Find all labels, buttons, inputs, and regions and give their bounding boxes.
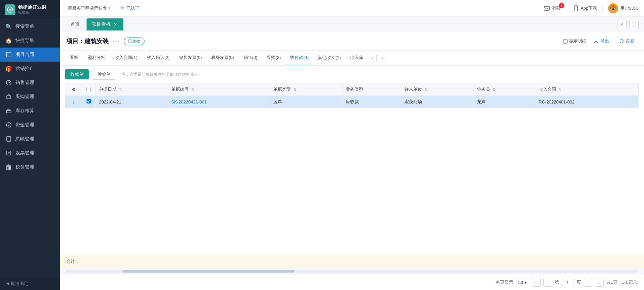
- sub-nav-item-inout-warehouse[interactable]: 出入库: [345, 51, 368, 65]
- export-label: 导出: [600, 38, 609, 44]
- col-header-date[interactable]: 单据日期 ⇅: [96, 83, 168, 96]
- next-page-button[interactable]: ›: [584, 278, 592, 287]
- expand-window-button[interactable]: ⛶: [629, 20, 639, 29]
- col-header-salesperson[interactable]: 业务员 ⇅: [473, 83, 535, 96]
- receipt-bill-button[interactable]: 收款单: [65, 69, 89, 79]
- table-header-row: ⚙ 单据日期 ⇅ 单据编号 ⇅: [65, 83, 639, 96]
- payment-bill-button[interactable]: 付款单: [92, 69, 116, 80]
- row-checkbox[interactable]: [87, 99, 91, 103]
- sidebar-item-project-contract[interactable]: 项目合同: [0, 48, 60, 62]
- scrollbar-thumb[interactable]: [122, 270, 294, 273]
- sidebar-item-capital[interactable]: ¥ 资金管理: [0, 118, 60, 132]
- sort-icon[interactable]: ⇅: [293, 87, 297, 91]
- home-icon: 🏠: [5, 37, 12, 44]
- col-header-business-type[interactable]: 业务类型: [342, 83, 401, 96]
- refresh-label: 刷新: [626, 38, 635, 44]
- sub-nav: 看板 盈利分析 收入合同(1) 收入确认(2) 销售发票(0) 税务发票(0) …: [60, 51, 644, 66]
- sub-nav-label: 看板: [70, 55, 78, 60]
- sidebar-item-general-ledger[interactable]: 总账管理: [0, 132, 60, 146]
- divider: [567, 5, 567, 12]
- sidebar-item-invoice[interactable]: 发票管理: [0, 146, 60, 160]
- sub-nav-next-arrow[interactable]: ›: [378, 54, 386, 62]
- tab-project-board[interactable]: 项目看板 ✕: [87, 18, 123, 30]
- user-label: 用户3355: [620, 5, 639, 11]
- show-detail-checkbox-label[interactable]: 显示明细: [563, 38, 586, 44]
- shield-icon: [120, 5, 125, 11]
- user-menu[interactable]: 🐯 用户3355: [608, 3, 639, 13]
- cell-number[interactable]: SK-20220421-001: [168, 96, 270, 108]
- scrollbar-area[interactable]: [60, 268, 644, 275]
- sidebar-item-inventory[interactable]: 库存核算: [0, 104, 60, 118]
- prev-page-button[interactable]: ‹: [543, 278, 552, 287]
- refresh-button[interactable]: 刷新: [616, 37, 637, 46]
- sidebar-item-search[interactable]: 🔍 搜索菜单: [0, 19, 60, 33]
- col-header-index[interactable]: ⚙: [65, 83, 82, 96]
- col-header-counterpart[interactable]: 往来单位 ⇅: [401, 83, 474, 96]
- user-avatar: 🐯: [608, 3, 618, 13]
- sidebar-pin-toggle[interactable]: ◄ 取消固定: [0, 277, 60, 290]
- sub-nav-item-sales[interactable]: 销售(0): [239, 51, 262, 65]
- sidebar-item-quick-nav[interactable]: 🏠 快捷导航: [0, 33, 60, 48]
- sub-nav-item-receipt-payment[interactable]: 收付款(4): [285, 51, 313, 65]
- col-header-number[interactable]: 单据编号 ⇅: [168, 83, 270, 96]
- sidebar-item-purchase[interactable]: 采购管理: [0, 90, 60, 104]
- sidebar: 畅捷通好业财 标准版 🔍 搜索菜单 🏠 快捷导航 项目合同 🎁 营销推广: [0, 0, 60, 290]
- unpin-label: ◄ 取消固定: [5, 281, 28, 287]
- tab-home-label: 首页: [70, 21, 80, 27]
- sidebar-item-label: 资金管理: [15, 122, 34, 128]
- table-container: ⚙ 单据日期 ⇅ 单据编号 ⇅: [60, 83, 644, 255]
- sidebar-nav-scroll: 🔍 搜索菜单 🏠 快捷导航 项目合同 🎁 营销推广: [0, 19, 60, 277]
- sub-nav-item-income-confirm[interactable]: 收入确认(2): [142, 51, 174, 65]
- sub-nav-item-sales-invoice[interactable]: 销售发票(0): [174, 51, 207, 65]
- sort-icon[interactable]: ⇅: [191, 87, 194, 91]
- project-icon: [5, 51, 12, 58]
- page-size-select[interactable]: 50 ▾: [516, 279, 529, 286]
- export-icon: [594, 39, 598, 44]
- col-header-type[interactable]: 单据类型 ⇅: [270, 83, 342, 96]
- horizontal-scrollbar[interactable]: [65, 270, 639, 273]
- sub-nav-item-kanban[interactable]: 看板: [65, 51, 83, 65]
- project-selector[interactable]: 新服务官网演示账套 ▾: [65, 4, 113, 13]
- sub-nav-item-other-receipts[interactable]: 其他收支(1): [313, 51, 345, 65]
- select-all-checkbox[interactable]: [87, 87, 91, 91]
- tab-home[interactable]: 首页: [65, 18, 85, 30]
- page-number-input[interactable]: [562, 279, 574, 286]
- sort-icon[interactable]: ⇅: [425, 87, 428, 91]
- sidebar-item-marketing[interactable]: 🎁 营销推广: [0, 62, 60, 76]
- cell-check[interactable]: [82, 96, 96, 108]
- sort-icon[interactable]: ⇅: [492, 87, 495, 91]
- sidebar-item-sales[interactable]: 销售管理: [0, 76, 60, 90]
- sub-nav-item-profit-analysis[interactable]: 盈利分析: [83, 51, 110, 65]
- sub-nav-prev-arrow[interactable]: ‹: [369, 54, 377, 62]
- show-detail-checkbox[interactable]: [563, 39, 568, 44]
- col-header-check[interactable]: [82, 83, 96, 96]
- tab-close-icon[interactable]: ✕: [113, 22, 118, 27]
- close-icon: ✕: [620, 22, 624, 27]
- col-header-income-contract[interactable]: 收入合同 ⇅: [535, 83, 639, 96]
- chevron-down-icon: ▾: [108, 6, 110, 10]
- sort-icon[interactable]: ⇅: [559, 87, 562, 91]
- page-suffix: 页: [577, 279, 581, 285]
- table-row[interactable]: 1 2022-04-21 SK-20220421-001 蓝单 应收款 宏茂商场…: [65, 96, 639, 108]
- sub-nav-item-purchase[interactable]: 采购(2): [262, 51, 285, 65]
- export-button[interactable]: 导出: [591, 37, 612, 46]
- more-options-icon[interactable]: ···: [113, 38, 120, 45]
- sort-icon[interactable]: ⇅: [119, 87, 122, 91]
- cell-date: 2022-04-21: [96, 96, 168, 108]
- col-business-type-label: 业务类型: [346, 87, 363, 92]
- sub-nav-item-tax-invoice[interactable]: 税务发票(0): [207, 51, 239, 65]
- messages-button[interactable]: 消息 1: [542, 5, 561, 12]
- show-detail-label: 显示明细: [569, 38, 586, 44]
- prev-page-icon: ‹: [547, 280, 548, 285]
- search-icon: 🔍: [5, 23, 12, 30]
- sub-nav-item-income-contract[interactable]: 收入合同(1): [110, 51, 142, 65]
- invoice-icon: [5, 150, 12, 156]
- last-page-button[interactable]: »: [595, 278, 604, 287]
- close-window-button[interactable]: ✕: [617, 20, 627, 29]
- project-header: 项目：建筑安装 ··· 已生效 显示明细 导出: [60, 32, 644, 51]
- app-download-button[interactable]: App下载: [573, 5, 597, 12]
- bill-number-link[interactable]: SK-20220421-001: [171, 99, 207, 104]
- settings-icon[interactable]: ⚙: [72, 87, 76, 92]
- sidebar-item-tax[interactable]: 🏛️ 税务管理: [0, 160, 60, 174]
- first-page-button[interactable]: «: [532, 278, 541, 287]
